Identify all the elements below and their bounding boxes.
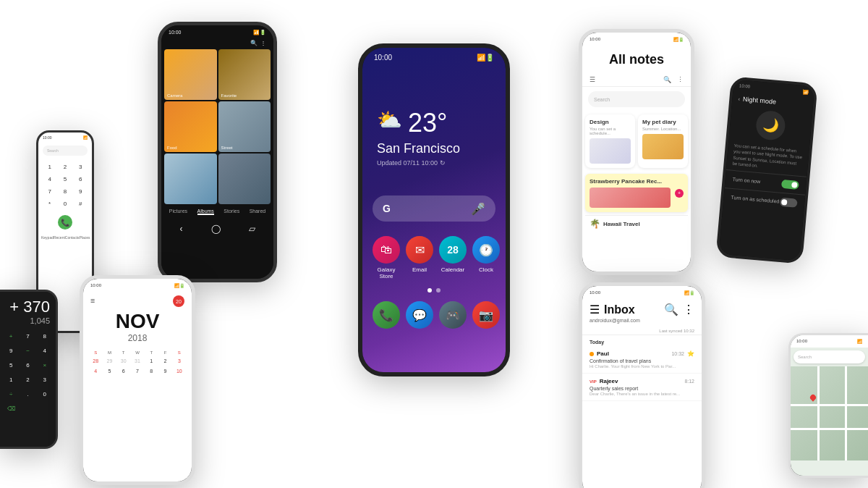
search-bar[interactable]: G 🎤 [373, 195, 495, 222]
app-chat[interactable]: 💬 [406, 301, 433, 329]
email-item-paul[interactable]: Paul 10:32 ⭐ Confirmation of travel plan… [582, 346, 702, 374]
dialer-search[interactable]: Search [43, 146, 88, 156]
google-g: G [383, 203, 391, 214]
search-icon-notes[interactable]: 🔍 [663, 76, 671, 83]
cal-day-8[interactable]: 8 [145, 366, 158, 376]
cal-day-4[interactable]: 4 [89, 366, 102, 376]
cal-day-30[interactable]: 30 [117, 356, 130, 366]
key-1[interactable]: 1 [43, 161, 56, 172]
note-pet-diary[interactable]: My pet diary Summer. Location... [638, 114, 688, 168]
key-3[interactable]: 3 [74, 161, 88, 172]
photo-oranges: Food [164, 101, 217, 152]
inbox-title: Inbox [604, 303, 635, 316]
note-design[interactable]: Design You can set a schedule... [585, 114, 635, 168]
cal-day-28[interactable]: 28 [89, 356, 102, 366]
app-email[interactable]: ✉ Email [406, 236, 433, 279]
more-icon-gallery[interactable]: ⋮ [260, 40, 266, 46]
menu-icon-email[interactable]: ☰ [590, 303, 600, 316]
moon-display: 🌙 [755, 110, 786, 141]
albums-tab[interactable]: Albums [197, 209, 214, 215]
app-phone[interactable]: 📞 [373, 301, 400, 329]
calc-9[interactable]: 9 [3, 344, 19, 358]
calc-5[interactable]: 5 [3, 358, 19, 372]
email-item-rajeev[interactable]: VIP Rajeev 8:12 Quarterly sales report D… [582, 374, 702, 401]
map-road-horizontal-2 [791, 428, 868, 430]
calc-0[interactable]: 0 [37, 387, 53, 401]
key-2[interactable]: 2 [58, 161, 72, 172]
calc-mult[interactable]: × [37, 358, 53, 372]
cal-day-7[interactable]: 7 [131, 366, 144, 376]
key-hash[interactable]: # [74, 198, 88, 209]
calc-backspace[interactable]: ⌫ [3, 402, 19, 416]
note-strawberry[interactable]: Strawberry Pancake Rec... + [585, 174, 688, 212]
weather-city: San Francisco [377, 141, 491, 156]
calc-dot[interactable]: . [20, 387, 35, 401]
call-button[interactable]: 📞 [58, 215, 72, 230]
back-btn-gallery[interactable]: ‹ [180, 224, 183, 234]
dialer-tabs: Keypad Recent Contacts Places [38, 232, 92, 243]
calc-6[interactable]: 6 [20, 358, 35, 372]
search-icon-email[interactable]: 🔍 [664, 303, 678, 316]
cal-day-29[interactable]: 29 [103, 356, 116, 366]
cal-day-6[interactable]: 6 [117, 366, 130, 376]
sync-text: Last synced 10:32 [659, 329, 694, 333]
turn-on-scheduled-toggle[interactable] [780, 197, 798, 207]
temperature-value: 23° [408, 108, 447, 138]
cal-day-10[interactable]: 10 [173, 366, 186, 376]
notes-search-bar[interactable]: Search [588, 91, 685, 107]
calc-3[interactable]: 3 [37, 373, 53, 387]
map-search-bar[interactable]: Search [793, 350, 865, 363]
cal-day-5[interactable]: 5 [103, 366, 116, 376]
notes-row-1: Design You can set a schedule... My pet … [585, 114, 688, 171]
shared-tab[interactable]: Shared [250, 209, 266, 215]
calc-4[interactable]: 4 [37, 344, 53, 358]
back-icon-night[interactable]: ‹ [738, 96, 740, 102]
email-screen: 10:00 📶🔋 ☰ Inbox 🔍 ⋮ androidux@gmail.com… [582, 286, 702, 488]
tab-recent[interactable]: Recent [54, 235, 65, 240]
home-btn-gallery[interactable]: ◯ [211, 224, 221, 234]
tab-places[interactable]: Places [80, 235, 90, 240]
note-design-title: Design [590, 119, 631, 125]
key-7[interactable]: 7 [43, 186, 56, 197]
more-icon-notes[interactable]: ⋮ [677, 76, 684, 83]
recents-btn-gallery[interactable]: ▱ [249, 224, 255, 234]
turn-on-now-toggle[interactable] [781, 179, 799, 189]
search-placeholder-notes: Search [594, 97, 610, 102]
key-star[interactable]: * [43, 198, 56, 209]
menu-icon-cal[interactable]: ☰ [90, 298, 95, 304]
key-5[interactable]: 5 [58, 174, 72, 185]
key-6[interactable]: 6 [74, 174, 88, 185]
pictures-tab[interactable]: Pictures [169, 209, 187, 215]
key-0[interactable]: 0 [58, 198, 72, 209]
key-9[interactable]: 9 [74, 186, 88, 197]
cal-day-1[interactable]: 1 [145, 356, 158, 366]
menu-icon-notes[interactable]: ☰ [590, 76, 595, 83]
calc-2[interactable]: 2 [20, 373, 35, 387]
tab-contacts[interactable]: Contacts [65, 235, 80, 240]
calc-1[interactable]: 1 [3, 373, 19, 387]
app-galaxy-store[interactable]: 🛍 Galaxy Store [373, 236, 400, 279]
calc-7[interactable]: 7 [20, 329, 35, 343]
key-4[interactable]: 4 [43, 174, 56, 185]
more-icon-email[interactable]: ⋮ [683, 303, 694, 316]
note-pet-image [642, 134, 684, 159]
note-hawaii-item[interactable]: 🌴 Hawaii Travel [585, 215, 688, 232]
cal-day-9[interactable]: 9 [158, 366, 171, 376]
cal-day-31[interactable]: 31 [131, 356, 144, 366]
cal-day-2[interactable]: 2 [158, 356, 171, 366]
app-calendar[interactable]: 28 Calendar [439, 236, 467, 279]
cal-day-3[interactable]: 3 [173, 356, 186, 366]
search-icon-gallery[interactable]: 🔍 [250, 40, 258, 46]
app-camera[interactable]: 📷 [472, 301, 500, 329]
app-gamepad[interactable]: 🎮 [439, 301, 467, 329]
note-design-preview: You can set a schedule... [590, 127, 631, 135]
tab-keypad[interactable]: Keypad [41, 235, 54, 240]
calc-plus[interactable]: + [3, 329, 19, 343]
stories-tab[interactable]: Stories [224, 209, 239, 215]
app-clock[interactable]: 🕐 Clock [472, 236, 500, 279]
key-8[interactable]: 8 [58, 186, 72, 197]
map-road-vertical-2 [845, 366, 847, 460]
calc-div[interactable]: ÷ [3, 387, 19, 401]
calc-8[interactable]: 8 [37, 329, 53, 343]
calc-minus[interactable]: − [20, 344, 35, 358]
